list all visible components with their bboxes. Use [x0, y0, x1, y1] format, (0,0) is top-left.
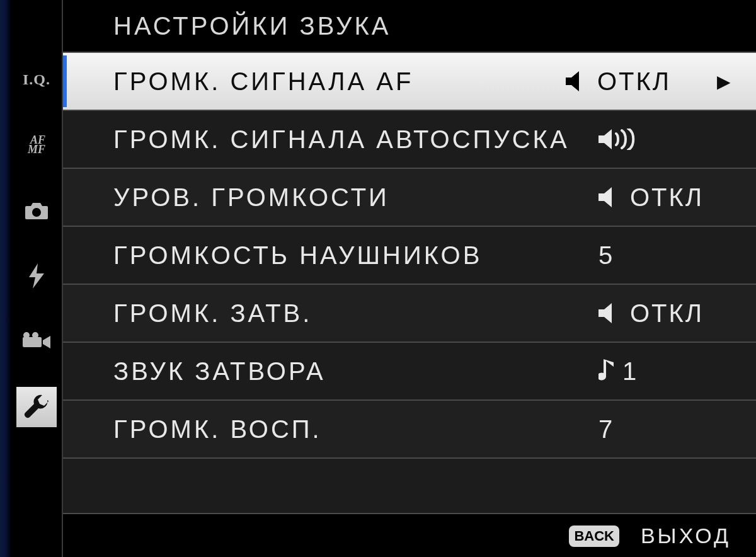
chevron-right-icon: ▶: [717, 71, 731, 92]
menu-value: 1: [598, 357, 731, 386]
speaker-mute-icon: [566, 71, 591, 92]
flash-tab[interactable]: [16, 256, 57, 296]
menu-value-text: ОТКЛ: [630, 299, 704, 328]
afmf-tab[interactable]: AFMF: [16, 125, 57, 165]
menu-value: [598, 129, 731, 150]
menu-label: ГРОМК. СИГНАЛА АВТОСПУСКА: [113, 125, 598, 154]
footer: BACK ВЫХОД: [569, 524, 731, 548]
menu-value-text: 1: [622, 357, 638, 386]
menu-label: УРОВ. ГРОМКОСТИ: [113, 183, 598, 212]
menu-label: ГРОМК. ЗАТВ.: [113, 299, 598, 328]
menu-item-selftimer-beep-volume[interactable]: ГРОМК. СИГНАЛА АВТОСПУСКА: [63, 111, 756, 169]
menu-item-playback-volume[interactable]: ГРОМК. ВОСП. 7: [63, 401, 756, 459]
speaker-mute-icon: [598, 302, 624, 324]
menu-label: ГРОМК. СИГНАЛА AF: [113, 67, 566, 96]
menu-value-text: ОТКЛ: [597, 67, 671, 96]
wrench-icon: [24, 394, 49, 420]
back-button[interactable]: BACK: [569, 525, 619, 547]
sidebar: I.Q. AFMF: [11, 0, 62, 557]
menu-list: ГРОМК. СИГНАЛА AF ОТКЛ ▶ ГРОМК. СИГНАЛА …: [63, 53, 756, 514]
menu-value: 7: [598, 415, 731, 444]
camera-icon: [24, 201, 49, 220]
menu-label: ГРОМК. ВОСП.: [113, 415, 598, 444]
menu-item-empty: [63, 459, 756, 514]
menu-item-shutter-volume[interactable]: ГРОМК. ЗАТВ. ОТКЛ: [63, 285, 756, 343]
menu-value: ОТКЛ: [566, 67, 698, 96]
iq-icon: I.Q.: [23, 71, 50, 88]
main-panel: НАСТРОЙКИ ЗВУКА ГРОМК. СИГНАЛА AF ОТКЛ ▶…: [62, 0, 756, 557]
screen-edge: [0, 0, 11, 557]
menu-value: ОТКЛ: [598, 183, 731, 212]
speaker-loud-icon: [598, 129, 635, 150]
menu-label: ЗВУК ЗАТВОРА: [113, 357, 598, 386]
wrench-tab[interactable]: [16, 387, 57, 427]
note-icon: [598, 359, 616, 383]
menu-item-volume-level[interactable]: УРОВ. ГРОМКОСТИ ОТКЛ: [63, 169, 756, 227]
speaker-mute-icon: [598, 187, 624, 208]
menu-item-af-beep-volume[interactable]: ГРОМК. СИГНАЛА AF ОТКЛ ▶: [63, 53, 756, 111]
video-icon: [23, 332, 50, 351]
afmf-icon: AFMF: [28, 135, 45, 155]
menu-value-text: 5: [598, 241, 614, 270]
video-tab[interactable]: [16, 321, 57, 362]
iq-tab[interactable]: I.Q.: [16, 59, 57, 100]
menu-item-headphone-volume[interactable]: ГРОМКОСТЬ НАУШНИКОВ 5: [63, 227, 756, 285]
page-title: НАСТРОЙКИ ЗВУКА: [63, 0, 756, 53]
exit-label: ВЫХОД: [641, 524, 731, 548]
flash-icon: [28, 263, 45, 289]
menu-value-text: ОТКЛ: [630, 183, 704, 212]
menu-label: ГРОМКОСТЬ НАУШНИКОВ: [113, 241, 598, 270]
menu-item-shutter-sound[interactable]: ЗВУК ЗАТВОРА 1: [63, 343, 756, 401]
menu-value: 5: [598, 241, 731, 270]
camera-tab[interactable]: [16, 190, 57, 231]
menu-value: ОТКЛ: [598, 299, 731, 328]
menu-value-text: 7: [598, 415, 614, 444]
